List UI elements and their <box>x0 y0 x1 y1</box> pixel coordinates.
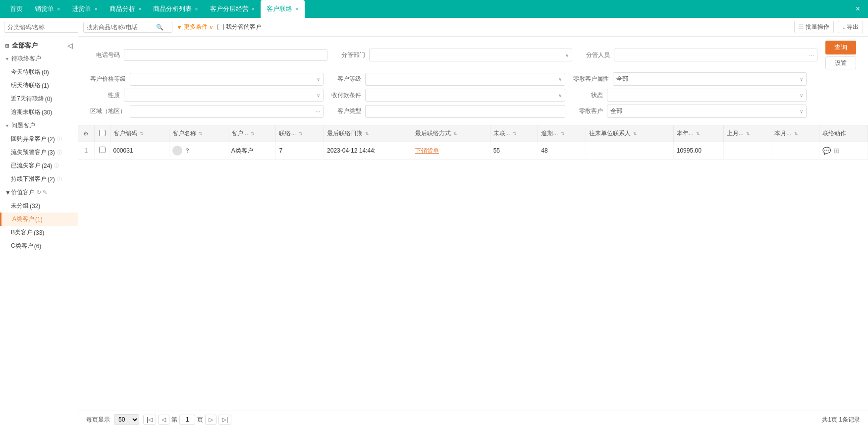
person-select[interactable]: ··· <box>614 49 817 61</box>
prev-page-btn[interactable]: ◁ <box>158 415 169 425</box>
dept-select[interactable]: ∨ <box>369 49 573 61</box>
sidebar-item-tomorrow-pending[interactable]: 明天待联络(1) <box>0 79 78 92</box>
table-header-row: ⚙ 客户编码 ⇅ 客户名称 ⇅ 客户... ⇅ 联络... ⇅ 最后联络日期 ⇅… <box>78 125 868 142</box>
contact-action-icon[interactable]: 💬 <box>822 147 831 155</box>
customer-level-label: 客户等级 <box>331 75 361 83</box>
sort-year-icon: ⇅ <box>696 131 700 136</box>
retail-customer-select[interactable]: 全部 ∨ <box>607 105 807 118</box>
batch-op-icon: ☰ <box>799 24 804 31</box>
sidebar-item-today-pending[interactable]: 今天待联络(0) <box>0 65 78 79</box>
nav-item-customer-segment[interactable]: 客户分层经营 × <box>204 0 261 18</box>
page-number-input[interactable] <box>179 415 195 425</box>
th-code[interactable]: 客户编码 ⇅ <box>110 125 169 142</box>
close-analysis-tab[interactable]: × <box>138 6 141 12</box>
close-customer-contact-tab[interactable]: × <box>295 6 298 12</box>
select-all-checkbox[interactable] <box>99 130 106 136</box>
th-class[interactable]: 客户... ⇅ <box>228 125 276 142</box>
nav-item-home[interactable]: 首页 <box>4 0 29 18</box>
region-select[interactable]: ··· <box>130 105 324 118</box>
price-level-select[interactable]: ∨ <box>130 73 324 86</box>
sidebar-item-7day-pending[interactable]: 近7天待联络(0) <box>0 92 78 106</box>
my-customers-checkbox[interactable]: 我分管的客户 <box>217 23 262 31</box>
th-settings[interactable]: ⚙ <box>78 125 94 142</box>
sidebar-item-churn-warning[interactable]: 流失预警客户(3) ⓘ <box>0 146 78 159</box>
sidebar-item-overdue-pending[interactable]: 逾期未联络(30) <box>0 106 78 119</box>
th-last-method[interactable]: 最后联络方式 ⇅ <box>412 125 490 142</box>
sidebar-item-declining[interactable]: 持续下滑客户(2) ⓘ <box>0 172 78 186</box>
th-current-month[interactable]: 本月... ⇅ <box>771 125 819 142</box>
more-action-icon[interactable]: ⊞ <box>834 147 840 155</box>
customer-level-select[interactable]: ∨ <box>365 73 565 86</box>
th-overdue[interactable]: 逾期... ⇅ <box>538 125 586 142</box>
sidebar-search-input[interactable] <box>4 22 78 33</box>
export-button[interactable]: ↓ 导出 <box>838 21 863 33</box>
sort-contact-icon: ⇅ <box>299 131 303 136</box>
first-page-btn[interactable]: |◁ <box>143 415 156 425</box>
collapse-sidebar-btn[interactable]: ◁ <box>67 42 73 50</box>
filter-search-icon[interactable]: 🔍 <box>156 24 163 31</box>
nav-item-purchase[interactable]: 进货单 × <box>66 0 103 18</box>
settings-button[interactable]: 设置 <box>825 56 856 69</box>
chevron-down-icon: ∨ <box>209 24 214 31</box>
th-uncontacted[interactable]: 未联... ⇅ <box>490 125 538 142</box>
contact-count: 7 <box>276 142 324 160</box>
phone-input[interactable] <box>124 49 327 61</box>
region-ellipsis-icon: ··· <box>315 108 320 115</box>
retail-attr-select[interactable]: 全部 ∨ <box>613 72 807 86</box>
pending-group-header[interactable]: ▼ 待联络客户 <box>0 52 78 65</box>
close-customer-segment-tab[interactable]: × <box>252 6 255 12</box>
per-page-select[interactable]: 50 100 200 <box>114 414 139 425</box>
more-conditions-btn[interactable]: ▼ 更多条件 ∨ <box>176 23 214 31</box>
filter-search-box: 🔍 <box>83 22 172 33</box>
top-nav: 首页 销货单 × 进货单 × 商品分析 × 商品分析列表 × 客户分层经营 × … <box>0 0 868 18</box>
window-close-button[interactable]: × <box>852 4 864 13</box>
th-name[interactable]: 客户名称 ⇅ <box>169 125 228 142</box>
row-checkbox[interactable] <box>99 147 106 153</box>
th-contact-count[interactable]: 联络... ⇅ <box>276 125 324 142</box>
customer-code: 000031 <box>110 142 169 160</box>
sidebar-item-class-b[interactable]: B类客户(33) <box>0 226 78 239</box>
sidebar-item-repurchase-anomaly[interactable]: 回购异常客户(2) ⓘ <box>0 132 78 146</box>
retail-attr-label: 零散客户属性 <box>573 75 609 83</box>
close-sales-tab[interactable]: × <box>57 6 60 12</box>
data-table-container: ⚙ 客户编码 ⇅ 客户名称 ⇅ 客户... ⇅ 联络... ⇅ 最后联络日期 ⇅… <box>78 125 868 411</box>
filter-search-input[interactable] <box>87 24 156 31</box>
all-customers-header[interactable]: ⊞ 全部客户 ◁ <box>0 37 78 52</box>
customer-type-label: 客户类型 <box>331 107 361 115</box>
sidebar-item-class-c[interactable]: C类客户(6) <box>0 239 78 253</box>
last-page-btn[interactable]: ▷| <box>218 415 231 425</box>
th-company-contact[interactable]: 往来单位联系人 ⇅ <box>586 125 673 142</box>
th-last-month[interactable]: 上月... ⇅ <box>723 125 771 142</box>
query-button[interactable]: 查询 <box>825 41 856 54</box>
th-action: 联络动作 <box>819 125 868 142</box>
problem-group-header[interactable]: ▼ 问题客户 <box>0 119 78 132</box>
customer-type-select[interactable] <box>365 105 565 118</box>
nav-item-customer-contact[interactable]: 客户联络 × <box>261 0 304 18</box>
edit-icon[interactable]: ✎ <box>43 189 47 196</box>
last-contact-link[interactable]: 下销货单 <box>415 147 439 154</box>
nav-item-sales[interactable]: 销货单 × <box>29 0 66 18</box>
nav-item-analysis-list[interactable]: 商品分析列表 × <box>147 0 204 18</box>
close-analysis-list-tab[interactable]: × <box>195 6 198 12</box>
nav-item-analysis[interactable]: 商品分析 × <box>104 0 147 18</box>
region-label: 区域（地区） <box>90 107 126 115</box>
uncontacted-days: 55 <box>490 142 538 160</box>
sidebar-item-churned[interactable]: 已流失客户(24) ⓘ <box>0 159 78 172</box>
batch-op-button[interactable]: ☰ 批量操作 <box>794 21 834 33</box>
sort-name-icon: ⇅ <box>199 131 203 136</box>
sidebar-item-class-a[interactable]: A类客户(1) <box>0 213 78 226</box>
nature-select[interactable]: ∨ <box>124 89 324 102</box>
th-last-date[interactable]: 最后联络日期 ⇅ <box>324 125 412 142</box>
th-year[interactable]: 本年... ⇅ <box>673 125 723 142</box>
refresh-icon[interactable]: ↻ <box>37 189 41 196</box>
next-page-btn[interactable]: ▷ <box>205 415 217 425</box>
filter-row-3: 性质 ∨ 收付款条件 ∨ 状态 <box>86 89 860 102</box>
value-group-header[interactable]: ▼ 价值客户 ↻ ✎ <box>0 186 78 199</box>
bottom-bar: 每页显示 50 100 200 |◁ ◁ 第 页 ▷ ▷| 共1页 1条记录 <box>78 411 868 428</box>
status-select[interactable]: ∨ <box>607 89 807 102</box>
payment-select[interactable]: ∨ <box>365 89 565 102</box>
close-purchase-tab[interactable]: × <box>94 6 97 12</box>
sidebar-item-ungrouped[interactable]: 未分组(32) <box>0 199 78 213</box>
person-label: 分管人员 <box>580 51 610 59</box>
my-customers-check[interactable] <box>217 24 224 30</box>
